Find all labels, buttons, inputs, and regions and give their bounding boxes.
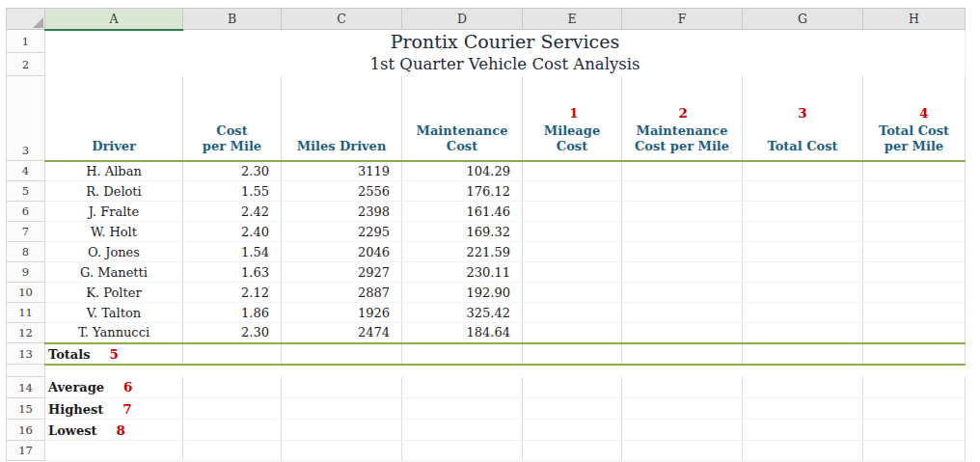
cell[interactable] — [523, 303, 622, 323]
cell[interactable] — [863, 420, 966, 441]
cell-miles-driven[interactable]: 2556 — [282, 181, 402, 202]
cell-miles-driven[interactable]: 2927 — [282, 262, 402, 283]
cell-cost-per-mile[interactable]: 1.63 — [183, 262, 282, 283]
cell[interactable] — [402, 420, 523, 441]
cell-maintenance-cost[interactable]: 230.11 — [402, 262, 523, 283]
cell[interactable] — [622, 441, 743, 461]
title-cell[interactable]: Prontix Courier Services — [45, 30, 966, 53]
cell-maintenance-cost[interactable]: 161.46 — [402, 202, 523, 222]
cell[interactable] — [282, 420, 402, 441]
cell-driver[interactable]: H. Alban — [45, 161, 183, 181]
cell[interactable] — [523, 161, 622, 181]
cell[interactable] — [282, 398, 402, 420]
cell-cost-per-mile[interactable]: 1.54 — [183, 242, 282, 262]
cell[interactable] — [523, 441, 622, 461]
cell[interactable] — [863, 343, 966, 365]
cell-cost-per-mile[interactable]: 2.30 — [183, 161, 282, 181]
cell[interactable] — [523, 242, 622, 262]
cell-maintenance-cost[interactable]: 169.32 — [402, 222, 523, 242]
cell-cost-per-mile[interactable]: 1.55 — [183, 181, 282, 202]
cell[interactable] — [622, 283, 743, 303]
cell-driver[interactable]: R. Deloti — [45, 181, 183, 202]
totals-label-cell[interactable]: Totals5 — [45, 343, 183, 365]
column-header-d[interactable]: D — [402, 9, 523, 30]
column-header-g[interactable]: G — [743, 9, 863, 30]
cell[interactable] — [523, 283, 622, 303]
row-header-15[interactable]: 15 — [7, 398, 45, 420]
cell[interactable] — [282, 343, 402, 365]
row-header-9[interactable]: 9 — [7, 262, 45, 283]
average-label-cell[interactable]: Average6 — [45, 377, 183, 398]
cell[interactable] — [282, 441, 402, 461]
cell[interactable] — [622, 161, 743, 181]
cell[interactable] — [183, 441, 282, 461]
row-header-16[interactable]: 16 — [7, 420, 45, 441]
cell[interactable] — [523, 420, 622, 441]
cell-miles-driven[interactable]: 3119 — [282, 161, 402, 181]
cell-driver[interactable]: W. Holt — [45, 222, 183, 242]
column-header-c[interactable]: C — [282, 9, 402, 30]
cell[interactable] — [523, 323, 622, 343]
cell[interactable] — [402, 398, 523, 420]
cell-miles-driven[interactable]: 2887 — [282, 283, 402, 303]
cell[interactable] — [622, 222, 743, 242]
cell[interactable] — [622, 377, 743, 398]
cell[interactable] — [863, 222, 966, 242]
cell[interactable] — [743, 398, 863, 420]
row-header-2[interactable]: 2 — [7, 53, 45, 76]
cell[interactable] — [743, 303, 863, 323]
cell-miles-driven[interactable]: 2046 — [282, 242, 402, 262]
cell[interactable] — [622, 323, 743, 343]
cell[interactable] — [743, 441, 863, 461]
column-header-f[interactable]: F — [622, 9, 743, 30]
cell[interactable] — [743, 202, 863, 222]
cell[interactable] — [523, 262, 622, 283]
cell[interactable] — [183, 343, 282, 365]
row-header-7[interactable]: 7 — [7, 222, 45, 242]
cell[interactable] — [622, 303, 743, 323]
cell[interactable] — [523, 202, 622, 222]
cell[interactable] — [523, 181, 622, 202]
cell[interactable] — [743, 262, 863, 283]
cell-maintenance-cost[interactable]: 221.59 — [402, 242, 523, 262]
cell-maintenance-cost[interactable]: 184.64 — [402, 323, 523, 343]
column-header-h[interactable]: H — [863, 9, 966, 30]
cell-miles-driven[interactable]: 2474 — [282, 323, 402, 343]
cell[interactable] — [743, 420, 863, 441]
cell-cost-per-mile[interactable]: 2.42 — [183, 202, 282, 222]
header-driver[interactable]: Driver — [45, 76, 183, 161]
header-total-cost[interactable]: 3Total Cost — [743, 76, 863, 161]
header-maintenance-cost-per-mile[interactable]: 2Maintenance Cost per Mile — [622, 76, 743, 161]
row-header-6[interactable]: 6 — [7, 202, 45, 222]
row-header-8[interactable]: 8 — [7, 242, 45, 262]
row-header-11[interactable]: 11 — [7, 303, 45, 323]
lowest-label-cell[interactable]: Lowest8 — [45, 420, 183, 441]
cell[interactable] — [622, 202, 743, 222]
row-header-14[interactable]: 14 — [7, 377, 45, 398]
row-header-13[interactable]: 13 — [7, 343, 45, 365]
cell[interactable] — [523, 222, 622, 242]
cell[interactable] — [863, 181, 966, 202]
cell-cost-per-mile[interactable]: 2.40 — [183, 222, 282, 242]
cell[interactable] — [863, 242, 966, 262]
cell[interactable] — [523, 377, 622, 398]
cell-miles-driven[interactable]: 2398 — [282, 202, 402, 222]
cell[interactable] — [622, 420, 743, 441]
row-header-1[interactable]: 1 — [7, 30, 45, 53]
header-maintenance-cost[interactable]: Maintenance Cost — [402, 76, 523, 161]
row-header-10[interactable]: 10 — [7, 283, 45, 303]
row-header-5[interactable]: 5 — [7, 181, 45, 202]
cell-maintenance-cost[interactable]: 176.12 — [402, 181, 523, 202]
cell-driver[interactable]: J. Fralte — [45, 202, 183, 222]
cell[interactable] — [622, 181, 743, 202]
cell-miles-driven[interactable]: 1926 — [282, 303, 402, 323]
cell[interactable] — [402, 343, 523, 365]
row-header-4[interactable]: 4 — [7, 161, 45, 181]
cell-maintenance-cost[interactable]: 192.90 — [402, 283, 523, 303]
cell[interactable] — [863, 398, 966, 420]
cell-driver[interactable]: K. Polter — [45, 283, 183, 303]
cell[interactable] — [863, 262, 966, 283]
row-header-17[interactable]: 17 — [7, 441, 45, 461]
column-header-a[interactable]: A — [45, 9, 183, 30]
cell[interactable] — [183, 377, 282, 398]
